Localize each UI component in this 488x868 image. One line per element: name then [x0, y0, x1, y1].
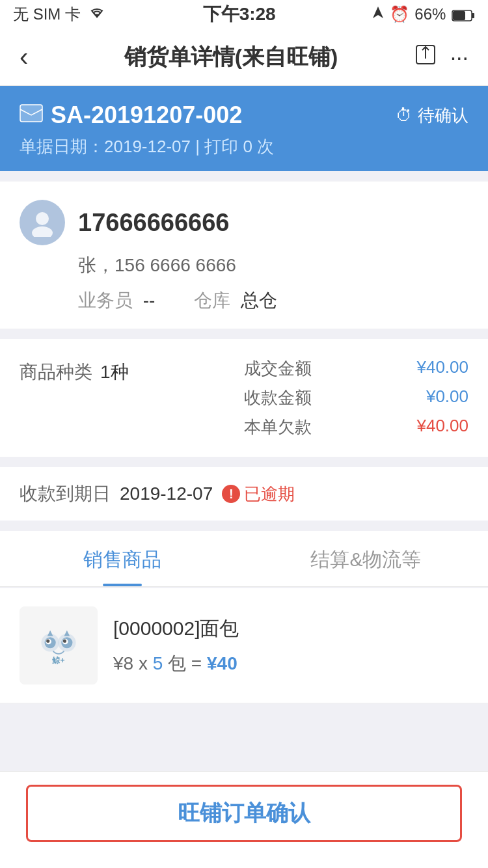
- order-id: SA-20191207-002: [20, 102, 242, 129]
- multiply-sign: x: [139, 653, 153, 673]
- due-date-value: 2019-12-07: [120, 483, 213, 504]
- wifi-icon: [87, 5, 107, 23]
- salesman-value: --: [143, 290, 156, 310]
- due-date-label: 收款到期日: [20, 481, 111, 506]
- warehouse-value: 总仓: [241, 290, 277, 310]
- tab-products[interactable]: 销售商品: [0, 531, 244, 586]
- tab-settlement[interactable]: 结算&物流等: [244, 531, 488, 586]
- svg-text:鲸+: 鲸+: [51, 656, 64, 665]
- product-list: 鲸+ [0000002]面包 ¥8 x 5 包 = ¥40: [0, 588, 488, 703]
- customer-meta: 业务员 -- 仓库 总仓: [78, 288, 468, 313]
- order-banner-top: SA-20191207-002 ⏱ 待确认: [20, 102, 468, 129]
- alarm-icon: ⏰: [390, 5, 409, 23]
- share-icon[interactable]: [414, 43, 437, 72]
- product-thumbnail: 鲸+: [20, 606, 98, 685]
- customer-name: 张，156 6666 6666: [78, 253, 468, 278]
- customer-top: 17666666666: [20, 200, 468, 245]
- status-bar: 无 SIM 卡 下午3:28 ⏰ 66%: [0, 0, 488, 29]
- amount-value-0: ¥40.00: [416, 357, 468, 380]
- overdue-text: 已逾期: [244, 483, 295, 506]
- more-icon[interactable]: ···: [450, 44, 468, 70]
- product-type-label: 商品种类: [20, 360, 92, 385]
- svg-point-5: [36, 212, 49, 225]
- bottom-bar: 旺铺订单确认: [0, 771, 488, 868]
- product-info: [0000002]面包 ¥8 x 5 包 = ¥40: [113, 616, 468, 676]
- product-item: 鲸+ [0000002]面包 ¥8 x 5 包 = ¥40: [0, 588, 488, 703]
- svg-rect-1: [472, 13, 474, 18]
- customer-card: 17666666666 张，156 6666 6666 业务员 -- 仓库 总仓: [0, 182, 488, 329]
- product-unit: 包: [168, 653, 186, 673]
- tabs-container: 销售商品 结算&物流等: [0, 531, 488, 587]
- nav-bar: ‹ 销货单详情(来自旺铺) ···: [0, 29, 488, 86]
- amount-label-1: 收款金额: [244, 387, 312, 409]
- salesman-label: 业务员: [78, 290, 133, 310]
- svg-point-14: [63, 640, 66, 643]
- gps-icon: [372, 5, 385, 23]
- carrier-text: 无 SIM 卡: [13, 4, 81, 25]
- svg-point-13: [46, 640, 49, 643]
- order-status: ⏱ 待确认: [396, 104, 468, 127]
- product-price-line: ¥8 x 5 包 = ¥40: [113, 651, 468, 676]
- customer-avatar: [20, 200, 65, 245]
- product-price: ¥8: [113, 653, 133, 673]
- customer-phone: 17666666666: [78, 209, 229, 237]
- product-name: [0000002]面包: [113, 616, 468, 642]
- amount-value-1: ¥0.00: [426, 387, 468, 409]
- summary-card: 商品种类 1种 成交金额 ¥40.00 收款金额 ¥0.00 本单欠款 ¥40.…: [0, 339, 488, 457]
- amount-label-0: 成交金额: [244, 357, 312, 380]
- overdue-badge: ! 已逾期: [222, 483, 295, 506]
- order-banner: SA-20191207-002 ⏱ 待确认 单据日期：2019-12-07 | …: [0, 86, 488, 171]
- amount-label-2: 本单欠款: [244, 416, 312, 439]
- amount-row-2: 本单欠款 ¥40.00: [244, 416, 468, 439]
- product-total: ¥40: [207, 653, 237, 673]
- product-qty: 5: [153, 653, 163, 673]
- clock-icon: ⏱: [396, 105, 413, 126]
- back-button[interactable]: ‹: [20, 42, 59, 72]
- order-icon: [20, 104, 43, 127]
- battery-text: 66%: [414, 5, 475, 23]
- due-date-card: 收款到期日 2019-12-07 ! 已逾期: [0, 467, 488, 521]
- page-title: 销货单详情(来自旺铺): [59, 42, 403, 72]
- salesman-field: 业务员 --: [78, 288, 155, 313]
- equals-sign: =: [191, 653, 207, 673]
- amount-row-1: 收款金额 ¥0.00: [244, 387, 468, 409]
- confirm-button[interactable]: 旺铺订单确认: [26, 785, 462, 842]
- nav-actions: ···: [403, 43, 468, 72]
- svg-rect-4: [20, 105, 42, 122]
- warehouse-field: 仓库 总仓: [194, 288, 277, 313]
- warehouse-label: 仓库: [194, 290, 230, 310]
- svg-point-6: [32, 226, 53, 237]
- order-date-line: 单据日期：2019-12-07 | 打印 0 次: [20, 135, 468, 158]
- status-time: 下午3:28: [203, 2, 276, 27]
- status-right: ⏰ 66%: [372, 5, 475, 23]
- overdue-icon: !: [222, 485, 240, 503]
- amount-value-2: ¥40.00: [416, 416, 468, 439]
- amount-row-0: 成交金额 ¥40.00: [244, 357, 468, 380]
- status-left: 无 SIM 卡: [13, 4, 107, 25]
- product-type-value: 1种: [100, 360, 129, 385]
- svg-rect-2: [453, 11, 465, 20]
